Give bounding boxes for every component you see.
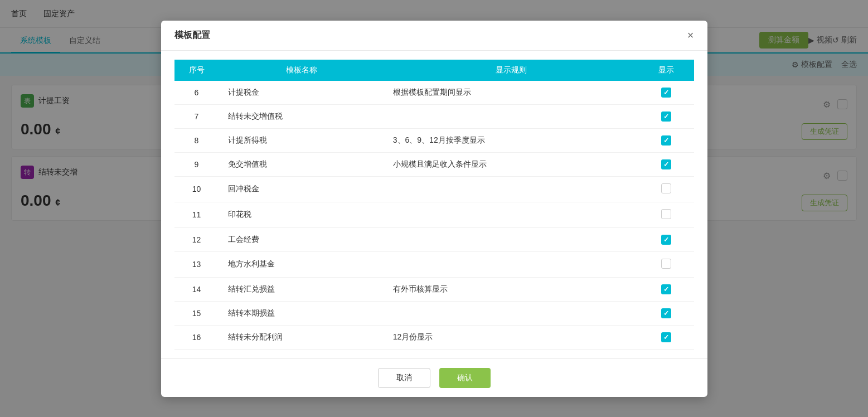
cell-rule: 12月份显示 (384, 325, 638, 349)
cancel-btn[interactable]: 取消 (378, 368, 430, 388)
cell-no: 9 (174, 152, 219, 176)
checkbox-12[interactable] (661, 235, 671, 245)
checkbox-15[interactable] (661, 308, 671, 318)
cell-display[interactable] (638, 104, 694, 128)
cell-no: 11 (174, 202, 219, 227)
cell-no: 6 (174, 81, 219, 105)
cell-rule: 3、6、9、12月按季度显示 (384, 128, 638, 152)
cell-rule (384, 104, 638, 128)
cell-no: 15 (174, 301, 219, 325)
table-row: 9免交增值税小规模且满足收入条件显示 (174, 152, 694, 176)
cell-name: 免交增值税 (219, 152, 384, 176)
cell-no: 14 (174, 277, 219, 301)
cell-name: 计提税金 (219, 81, 384, 105)
cell-name: 结转汇兑损益 (219, 277, 384, 301)
cell-display[interactable] (638, 301, 694, 325)
modal-footer: 取消 确认 (161, 358, 707, 397)
cell-no: 12 (174, 227, 219, 251)
cell-display[interactable] (638, 202, 694, 227)
cell-rule (384, 251, 638, 277)
col-header-no: 序号 (174, 60, 219, 81)
cell-display[interactable] (638, 325, 694, 349)
cell-display[interactable] (638, 176, 694, 202)
checkbox-7[interactable] (661, 111, 671, 122)
cell-no: 13 (174, 251, 219, 277)
modal-overlay: 模板配置 × 序号 模板名称 显示规则 显示 6计提税金根据模板配置期间显示7结… (0, 0, 868, 417)
cell-display[interactable] (638, 128, 694, 152)
template-config-modal: 模板配置 × 序号 模板名称 显示规则 显示 6计提税金根据模板配置期间显示7结… (161, 21, 707, 397)
cell-name: 结转未分配利润 (219, 325, 384, 349)
cell-name: 印花税 (219, 202, 384, 227)
checkbox-11[interactable] (661, 209, 671, 219)
cell-display[interactable] (638, 277, 694, 301)
checkbox-14[interactable] (661, 284, 671, 294)
config-table: 序号 模板名称 显示规则 显示 6计提税金根据模板配置期间显示7结转未交增值税8… (174, 60, 694, 350)
cell-display[interactable] (638, 227, 694, 251)
checkbox-10[interactable] (661, 183, 671, 193)
confirm-btn[interactable]: 确认 (439, 368, 491, 388)
table-row: 16结转未分配利润12月份显示 (174, 325, 694, 349)
modal-body: 序号 模板名称 显示规则 显示 6计提税金根据模板配置期间显示7结转未交增值税8… (161, 51, 707, 358)
cell-name: 回冲税金 (219, 176, 384, 202)
cell-rule: 小规模且满足收入条件显示 (384, 152, 638, 176)
cell-name: 结转本期损益 (219, 301, 384, 325)
checkbox-16[interactable] (661, 332, 671, 342)
cell-display[interactable] (638, 81, 694, 105)
cell-name: 地方水利基金 (219, 251, 384, 277)
cell-rule (384, 227, 638, 251)
table-row: 11印花税 (174, 202, 694, 227)
table-row: 10回冲税金 (174, 176, 694, 202)
cell-display[interactable] (638, 251, 694, 277)
checkbox-6[interactable] (661, 88, 671, 98)
cell-rule (384, 301, 638, 325)
cell-rule (384, 176, 638, 202)
cell-display[interactable] (638, 152, 694, 176)
cell-name: 计提所得税 (219, 128, 384, 152)
cell-rule: 有外币核算显示 (384, 277, 638, 301)
col-header-name: 模板名称 (219, 60, 384, 81)
table-header-row: 序号 模板名称 显示规则 显示 (174, 60, 694, 81)
checkbox-13[interactable] (661, 259, 671, 269)
modal-header: 模板配置 × (161, 21, 707, 51)
table-row: 6计提税金根据模板配置期间显示 (174, 81, 694, 105)
cell-rule: 根据模板配置期间显示 (384, 81, 638, 105)
table-row: 15结转本期损益 (174, 301, 694, 325)
cell-rule (384, 202, 638, 227)
cell-no: 8 (174, 128, 219, 152)
cell-no: 16 (174, 325, 219, 349)
table-row: 12工会经费 (174, 227, 694, 251)
cell-name: 工会经费 (219, 227, 384, 251)
checkbox-8[interactable] (661, 135, 671, 146)
col-header-display: 显示 (638, 60, 694, 81)
cell-no: 7 (174, 104, 219, 128)
modal-close-btn[interactable]: × (687, 30, 694, 41)
table-row: 8计提所得税3、6、9、12月按季度显示 (174, 128, 694, 152)
col-header-rule: 显示规则 (384, 60, 638, 81)
checkbox-9[interactable] (661, 159, 671, 169)
cell-name: 结转未交增值税 (219, 104, 384, 128)
modal-title: 模板配置 (174, 30, 210, 41)
cell-no: 10 (174, 176, 219, 202)
table-row: 14结转汇兑损益有外币核算显示 (174, 277, 694, 301)
table-row: 13地方水利基金 (174, 251, 694, 277)
table-row: 7结转未交增值税 (174, 104, 694, 128)
